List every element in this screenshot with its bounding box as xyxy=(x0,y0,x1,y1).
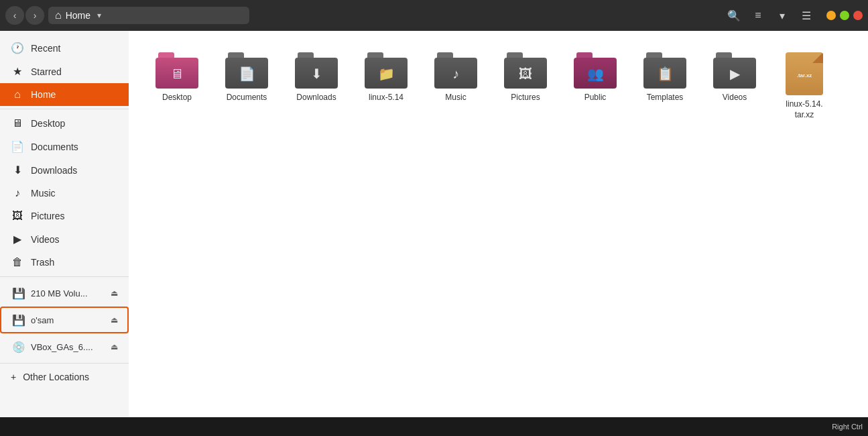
file-label: Templates xyxy=(647,93,684,103)
folder-icon: 🖼 xyxy=(504,52,547,89)
folder-icon: 📋 xyxy=(643,52,686,89)
file-item[interactable]: 📄 Documents xyxy=(214,47,279,125)
file-label: Music xyxy=(445,93,466,103)
nav-buttons: ‹ › xyxy=(5,6,44,25)
file-item[interactable]: 👥 Public xyxy=(563,47,627,125)
sidebar-item-pictures[interactable]: 🖼 Pictures xyxy=(0,205,129,227)
file-label: linux-5.14 xyxy=(369,93,404,103)
music-icon: ♪ xyxy=(11,187,24,199)
folder-emblem: 📁 xyxy=(378,66,395,82)
location-text: Home xyxy=(66,10,90,21)
sidebar-item-volume3-label: VBox_GAs_6.... xyxy=(31,342,101,352)
menu-button[interactable]: ☰ xyxy=(796,5,817,26)
search-button[interactable]: 🔍 xyxy=(723,5,745,26)
sidebar-item-documents[interactable]: 📄 Documents xyxy=(0,135,129,158)
sidebar-item-recent[interactable]: 🕐 Recent xyxy=(0,36,129,60)
file-item[interactable]: .tar.xz linux-5.14. tar.xz xyxy=(772,47,836,125)
file-item[interactable]: ♪ Music xyxy=(424,47,488,125)
sidebar-item-trash-label: Trash xyxy=(31,257,54,268)
folder-icon: 👥 xyxy=(574,52,617,89)
volume3-icon: 💿 xyxy=(12,341,25,353)
dropdown-icon: ▾ xyxy=(97,11,101,20)
folder-icon: 🖥 xyxy=(156,52,198,89)
sidebar-item-trash[interactable]: 🗑 Trash xyxy=(0,251,129,274)
sidebar-item-desktop-label: Desktop xyxy=(31,118,65,129)
sidebar-item-downloads-label: Downloads xyxy=(31,165,77,176)
archive-text: .tar.xz xyxy=(797,72,812,78)
folder-emblem: ▶ xyxy=(730,66,740,82)
sidebar-item-home-label: Home xyxy=(31,89,56,100)
folder-icon: 📄 xyxy=(225,52,268,89)
home-icon: ⌂ xyxy=(55,9,62,21)
window-controls xyxy=(826,11,863,20)
volume1-eject-button[interactable]: ⏏ xyxy=(106,285,122,301)
folder-emblem: 🖥 xyxy=(170,66,184,82)
sidebar-item-documents-label: Documents xyxy=(31,142,78,152)
sidebar-divider-1 xyxy=(0,109,129,109)
sidebar-item-home[interactable]: ⌂ Home xyxy=(0,83,129,106)
folder-icon: ♪ xyxy=(434,52,477,89)
folder-icon: ⬇ xyxy=(295,52,338,89)
starred-icon: ★ xyxy=(11,65,24,78)
sidebar-divider-2 xyxy=(0,276,129,277)
file-label: Documents xyxy=(227,93,267,103)
view-list-button[interactable]: ≡ xyxy=(747,5,769,26)
file-item[interactable]: 🖼 Pictures xyxy=(493,47,558,125)
file-label: Videos xyxy=(723,93,747,103)
taskbar-text: Right Ctrl xyxy=(832,423,863,431)
file-item[interactable]: 📋 Templates xyxy=(633,47,697,125)
sidebar-item-videos-label: Videos xyxy=(31,234,60,245)
sidebar-item-volume1-label: 210 MB Volu... xyxy=(31,288,101,298)
forward-button[interactable]: › xyxy=(25,6,44,25)
main-area: 🕐 Recent ★ Starred ⌂ Home 🖥 Desktop 📄 Do… xyxy=(0,31,868,417)
location-bar[interactable]: ⌂ Home ▾ xyxy=(48,7,249,24)
sidebar-item-videos[interactable]: ▶ Videos xyxy=(0,227,129,251)
volume1-icon: 💾 xyxy=(12,287,25,300)
sidebar-item-volume3[interactable]: 💿 VBox_GAs_6.... ⏏ xyxy=(0,333,129,360)
back-button[interactable]: ‹ xyxy=(5,6,24,25)
folder-emblem: 📄 xyxy=(239,66,255,82)
file-item[interactable]: ▶ Videos xyxy=(702,47,767,125)
maximize-button[interactable] xyxy=(840,11,849,20)
sidebar-item-music-label: Music xyxy=(31,188,56,199)
file-label: Pictures xyxy=(511,93,540,103)
folder-emblem: ⬇ xyxy=(311,66,322,82)
downloads-icon: ⬇ xyxy=(11,164,24,176)
volume2-eject-button[interactable]: ⏏ xyxy=(106,312,122,328)
file-item[interactable]: 📁 linux-5.14 xyxy=(354,47,418,125)
close-button[interactable] xyxy=(853,11,863,20)
folder-icon: 📁 xyxy=(365,52,408,89)
titlebar: ‹ › ⌂ Home ▾ 🔍 ≡ ▾ ☰ xyxy=(0,0,868,31)
sidebar-item-pictures-label: Pictures xyxy=(31,211,65,221)
trash-icon: 🗑 xyxy=(11,256,24,268)
folder-emblem: 🖼 xyxy=(519,66,532,82)
pictures-icon: 🖼 xyxy=(11,210,24,222)
titlebar-actions: 🔍 ≡ ▾ ☰ xyxy=(723,5,817,26)
sidebar-item-volume2[interactable]: 💾 o'sam ⏏ xyxy=(0,307,129,333)
folder-icon: ▶ xyxy=(713,52,756,89)
home-sidebar-icon: ⌂ xyxy=(11,89,24,101)
sidebar-item-music[interactable]: ♪ Music xyxy=(0,182,129,205)
view-sort-button[interactable]: ▾ xyxy=(771,5,793,26)
desktop-icon: 🖥 xyxy=(11,117,24,129)
sidebar-divider-3 xyxy=(0,363,129,364)
recent-icon: 🕐 xyxy=(11,42,24,54)
sidebar-item-desktop[interactable]: 🖥 Desktop xyxy=(0,112,129,135)
sidebar-item-starred-label: Starred xyxy=(31,66,62,77)
sidebar-item-other-locations-label: Other Locations xyxy=(23,372,89,382)
sidebar-item-volume1[interactable]: 💾 210 MB Volu... ⏏ xyxy=(0,280,129,307)
sidebar-item-other-locations[interactable]: + Other Locations xyxy=(0,366,129,388)
file-item[interactable]: ⬇ Downloads xyxy=(284,47,349,125)
sidebar: 🕐 Recent ★ Starred ⌂ Home 🖥 Desktop 📄 Do… xyxy=(0,31,129,417)
file-grid: 🖥 Desktop 📄 Documents ⬇ Do xyxy=(145,47,852,125)
folder-emblem: 📋 xyxy=(657,66,674,82)
documents-icon: 📄 xyxy=(11,140,24,153)
sidebar-item-starred[interactable]: ★ Starred xyxy=(0,60,129,83)
sidebar-item-downloads[interactable]: ⬇ Downloads xyxy=(0,158,129,182)
file-label: linux-5.14. tar.xz xyxy=(778,99,831,120)
minimize-button[interactable] xyxy=(826,11,836,20)
taskbar: Right Ctrl xyxy=(0,417,868,436)
file-item[interactable]: 🖥 Desktop xyxy=(145,47,209,125)
volume2-icon: 💾 xyxy=(12,314,25,327)
volume3-eject-button[interactable]: ⏏ xyxy=(106,339,122,355)
